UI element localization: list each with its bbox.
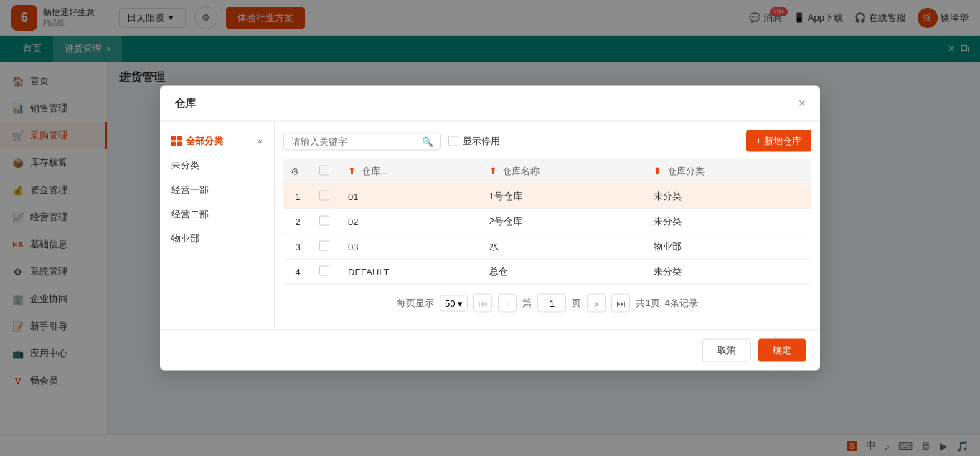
row-code: 01 bbox=[341, 184, 482, 209]
th-code: ⬆ 仓库... bbox=[341, 159, 482, 184]
page-number-input[interactable] bbox=[537, 294, 566, 313]
th-category: ⬆ 仓库分类 bbox=[646, 159, 811, 184]
search-icon: 🔍 bbox=[422, 136, 433, 146]
category-property[interactable]: 物业部 bbox=[160, 227, 274, 251]
table-row[interactable]: 3 03 水 物业部 bbox=[283, 234, 811, 259]
th-gear: ⚙ bbox=[283, 159, 312, 184]
table-area: 🔍 显示停用 + 新增仓库 ⚙ bbox=[275, 122, 820, 330]
th-check bbox=[312, 159, 341, 184]
pagination: 每页显示 50 ▾ ⏮ ‹ 第 页 › ⏭ 共1页, 4条记录 bbox=[283, 285, 811, 321]
row-name: 水 bbox=[482, 234, 647, 259]
row-category: 未分类 bbox=[646, 184, 811, 209]
row-checkbox[interactable] bbox=[319, 215, 329, 225]
per-page-label: 每页显示 bbox=[397, 297, 434, 310]
confirm-button[interactable]: 确定 bbox=[758, 339, 806, 362]
show-disabled-toggle[interactable]: 显示停用 bbox=[448, 135, 500, 148]
row-number: 4 bbox=[283, 259, 312, 284]
modal-title: 仓库 bbox=[174, 97, 196, 110]
add-warehouse-button[interactable]: + 新增仓库 bbox=[746, 130, 811, 152]
modal-footer: 取消 确定 bbox=[160, 330, 820, 371]
row-category: 物业部 bbox=[646, 234, 811, 259]
modal-header: 仓库 × bbox=[160, 86, 820, 122]
select-all-checkbox[interactable] bbox=[319, 165, 329, 175]
category-uncategorized[interactable]: 未分类 bbox=[160, 153, 274, 178]
sort-icon: ⬆ bbox=[489, 166, 497, 176]
row-category: 未分类 bbox=[646, 209, 811, 234]
page-last-button[interactable]: ⏭ bbox=[611, 294, 630, 313]
row-checkbox-cell bbox=[312, 234, 341, 259]
row-name: 总仓 bbox=[482, 259, 647, 284]
warehouse-modal: 仓库 × 全部分类 « 未分类 经营一部 经营二部 物业部 bbox=[160, 86, 820, 371]
row-number: 3 bbox=[283, 234, 312, 259]
gear-icon: ⚙ bbox=[291, 166, 299, 176]
table-header: ⚙ ⬆ 仓库... ⬆ 仓库名称 bbox=[283, 159, 811, 184]
modal-close-button[interactable]: × bbox=[798, 96, 806, 111]
category-ops2[interactable]: 经营二部 bbox=[160, 202, 274, 227]
page-first-button[interactable]: ⏮ bbox=[473, 294, 492, 313]
row-checkbox-cell bbox=[312, 209, 341, 234]
cancel-button[interactable]: 取消 bbox=[702, 339, 751, 362]
page-prev-button[interactable]: ‹ bbox=[498, 294, 517, 313]
table-row[interactable]: 1 01 1号仓库 未分类 bbox=[283, 184, 811, 209]
row-name: 1号仓库 bbox=[482, 184, 647, 209]
per-page-select[interactable]: 50 ▾ bbox=[440, 295, 468, 311]
table-row[interactable]: 4 DEFAULT 总仓 未分类 bbox=[283, 259, 811, 284]
category-all[interactable]: 全部分类 « bbox=[160, 129, 274, 153]
search-input[interactable] bbox=[291, 136, 422, 146]
modal-body: 全部分类 « 未分类 经营一部 经营二部 物业部 🔍 bbox=[160, 122, 820, 330]
row-number: 2 bbox=[283, 209, 312, 234]
grid-icon bbox=[171, 136, 182, 146]
collapse-icon[interactable]: « bbox=[258, 136, 263, 146]
page-suffix: 页 bbox=[572, 297, 581, 310]
search-box: 🔍 bbox=[283, 132, 441, 150]
table-container: ⚙ ⬆ 仓库... ⬆ 仓库名称 bbox=[283, 159, 811, 285]
table-toolbar: 🔍 显示停用 + 新增仓库 bbox=[283, 130, 811, 152]
row-number: 1 bbox=[283, 184, 312, 209]
table-row[interactable]: 2 02 2号仓库 未分类 bbox=[283, 209, 811, 234]
row-code: DEFAULT bbox=[341, 259, 482, 284]
sort-icon: ⬆ bbox=[654, 166, 661, 176]
sort-icon: ⬆ bbox=[348, 166, 356, 176]
row-name: 2号仓库 bbox=[482, 209, 647, 234]
total-info: 共1页, 4条记录 bbox=[636, 297, 698, 310]
chevron-down-icon: ▾ bbox=[458, 298, 463, 308]
table-body: 1 01 1号仓库 未分类 2 02 2号仓库 未分类 bbox=[283, 184, 811, 284]
row-checkbox[interactable] bbox=[319, 240, 329, 250]
category-ops1[interactable]: 经营一部 bbox=[160, 178, 274, 202]
row-code: 03 bbox=[341, 234, 482, 259]
row-category: 未分类 bbox=[646, 259, 811, 284]
warehouse-table: ⚙ ⬆ 仓库... ⬆ 仓库名称 bbox=[283, 159, 811, 285]
row-checkbox-cell bbox=[312, 184, 341, 209]
row-checkbox[interactable] bbox=[319, 190, 329, 200]
category-sidebar: 全部分类 « 未分类 经营一部 经营二部 物业部 bbox=[160, 122, 275, 330]
row-code: 02 bbox=[341, 209, 482, 234]
show-disabled-checkbox[interactable] bbox=[448, 136, 458, 146]
th-name: ⬆ 仓库名称 bbox=[482, 159, 647, 184]
row-checkbox-cell bbox=[312, 259, 341, 284]
row-checkbox[interactable] bbox=[319, 265, 329, 275]
page-next-button[interactable]: › bbox=[587, 294, 606, 313]
page-word: 第 bbox=[522, 297, 532, 310]
